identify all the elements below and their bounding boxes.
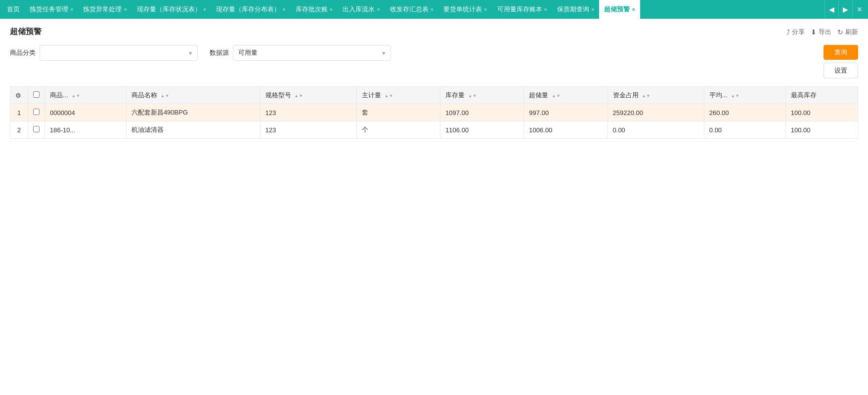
- column-unit[interactable]: 主计量 ▲▼: [356, 87, 440, 104]
- cell-maxstock: 100.00: [785, 121, 858, 139]
- nav-item-exception[interactable]: 拣货异常处理 ×: [78, 0, 131, 19]
- nav-arrow-close[interactable]: ✕: [852, 0, 866, 19]
- export-button[interactable]: ⬇ 导出: [811, 28, 831, 37]
- row-number: 1: [10, 104, 28, 121]
- nav-close-overstock[interactable]: ×: [632, 6, 635, 12]
- nav-item-order-stat[interactable]: 要货单统计表 ×: [438, 0, 492, 19]
- nav-close-summary[interactable]: ×: [431, 6, 434, 12]
- cell-avg: 260.00: [704, 104, 785, 121]
- column-gear[interactable]: ⚙: [10, 87, 28, 104]
- column-avg[interactable]: 平均... ▲▼: [704, 87, 785, 104]
- refresh-button[interactable]: ↻ 刷新: [837, 28, 858, 37]
- sort-icon-unit: ▲▼: [385, 93, 393, 98]
- sort-icon-overstock: ▲▼: [552, 93, 561, 98]
- query-button[interactable]: 查询: [824, 45, 858, 60]
- export-icon: ⬇: [811, 28, 817, 36]
- column-stock[interactable]: 库存量 ▲▼: [440, 87, 524, 104]
- nav-close-exception[interactable]: ×: [124, 6, 127, 12]
- cell-stock: 1097.00: [440, 104, 524, 121]
- sort-icon-capital: ▲▼: [642, 93, 651, 98]
- cell-code: 0000004: [45, 104, 127, 121]
- cell-unit: 套: [356, 104, 440, 121]
- column-maxstock[interactable]: 最高库存: [785, 87, 858, 104]
- column-overstock[interactable]: 超储量 ▲▼: [524, 87, 608, 104]
- datasource-select[interactable]: 可用量: [233, 45, 391, 61]
- nav-close-flow[interactable]: ×: [377, 6, 380, 12]
- data-table: ⚙ 商品... ▲▼ 商品名称 ▲▼ 规格型号 ▲▼ 主计: [10, 86, 858, 139]
- nav-item-batch[interactable]: 库存批次账 ×: [291, 0, 338, 19]
- page-header: 超储预警 ⤴ 分享 ⬇ 导出 ↻ 刷新: [10, 27, 858, 37]
- share-button[interactable]: ⤴ 分享: [786, 28, 805, 37]
- nav-item-stock-status[interactable]: 现存量（库存状况表） ×: [132, 0, 211, 19]
- refresh-icon: ↻: [837, 28, 843, 36]
- cell-unit: 个: [356, 121, 440, 139]
- sort-icon-code: ▲▼: [71, 93, 80, 98]
- page-title: 超储预警: [10, 27, 42, 37]
- nav-item-summary[interactable]: 收发存汇总表 ×: [385, 0, 438, 19]
- action-buttons: 查询 设置: [824, 45, 858, 79]
- nav-item-task[interactable]: 拣货任务管理 ×: [25, 0, 78, 19]
- settings-button[interactable]: 设置: [824, 63, 858, 79]
- category-label: 商品分类: [10, 48, 36, 57]
- header-actions: ⤴ 分享 ⬇ 导出 ↻ 刷新: [786, 28, 858, 37]
- nav-arrow-left[interactable]: ◀: [825, 0, 838, 19]
- cell-spec: 123: [260, 104, 356, 121]
- cell-overstock: 1006.00: [524, 121, 608, 139]
- table-row: 1 0000004 六配套新昌490BPG 123 套 1097.00 997.…: [10, 104, 858, 121]
- cell-spec: 123: [260, 121, 356, 139]
- nav-arrows-container: ◀ ▶ ✕: [825, 0, 866, 19]
- datasource-label: 数据源: [210, 48, 229, 57]
- row-checkbox-cell[interactable]: [28, 121, 45, 139]
- page-content: 超储预警 ⤴ 分享 ⬇ 导出 ↻ 刷新 商品分类: [0, 19, 868, 395]
- sort-icon-avg: ▲▼: [731, 93, 739, 98]
- column-spec[interactable]: 规格型号 ▲▼: [260, 87, 356, 104]
- cell-capital: 259220.00: [608, 104, 704, 121]
- nav-item-home[interactable]: 首页: [2, 0, 25, 19]
- cell-overstock: 997.00: [524, 104, 608, 121]
- column-name[interactable]: 商品名称 ▲▼: [126, 87, 260, 104]
- category-filter: 商品分类: [10, 45, 198, 61]
- row-number: 2: [10, 121, 28, 139]
- nav-close-task[interactable]: ×: [70, 6, 73, 12]
- column-code[interactable]: 商品... ▲▼: [45, 87, 127, 104]
- cell-code: 186-10...: [45, 121, 127, 139]
- table-header-row: ⚙ 商品... ▲▼ 商品名称 ▲▼ 规格型号 ▲▼ 主计: [10, 87, 858, 104]
- nav-item-flow[interactable]: 出入库流水 ×: [338, 0, 385, 19]
- nav-close-batch[interactable]: ×: [330, 6, 333, 12]
- nav-close-quality[interactable]: ×: [591, 6, 594, 12]
- nav-close-stock-dist[interactable]: ×: [282, 6, 285, 12]
- cell-maxstock: 100.00: [785, 104, 858, 121]
- datasource-filter: 数据源 可用量: [210, 45, 391, 61]
- cell-capital: 0.00: [608, 121, 704, 139]
- select-all-checkbox[interactable]: [33, 91, 40, 98]
- gear-icon: ⚙: [15, 92, 21, 99]
- cell-name: 机油滤清器: [126, 121, 260, 139]
- cell-avg: 0.00: [704, 121, 785, 139]
- row-checkbox[interactable]: [33, 109, 40, 115]
- datasource-chevron-icon: [382, 49, 386, 57]
- category-chevron-icon: [189, 49, 192, 57]
- row-checkbox[interactable]: [33, 126, 40, 132]
- sort-icon-spec: ▲▼: [294, 93, 303, 98]
- nav-item-overstock[interactable]: 超储预警 ×: [599, 0, 640, 19]
- cell-name: 六配套新昌490BPG: [126, 104, 260, 121]
- nav-item-quality[interactable]: 保质期查询 ×: [552, 0, 599, 19]
- datasource-value: 可用量: [238, 48, 258, 57]
- nav-close-order-stat[interactable]: ×: [484, 6, 487, 12]
- row-checkbox-cell[interactable]: [28, 104, 45, 121]
- column-capital[interactable]: 资金占用 ▲▼: [608, 87, 704, 104]
- sort-icon-stock: ▲▼: [468, 93, 477, 98]
- sort-icon-name: ▲▼: [161, 93, 170, 98]
- cell-stock: 1106.00: [440, 121, 524, 139]
- top-navigation: 首页 拣货任务管理 × 拣货异常处理 × 现存量（库存状况表） × 现存量（库存…: [0, 0, 868, 19]
- nav-item-stock-dist[interactable]: 现存量（库存分布表） ×: [211, 0, 290, 19]
- column-select-all[interactable]: [28, 87, 45, 104]
- nav-arrow-right[interactable]: ▶: [838, 0, 852, 19]
- nav-close-available[interactable]: ×: [544, 6, 547, 12]
- nav-close-stock-status[interactable]: ×: [203, 6, 206, 12]
- nav-item-available[interactable]: 可用量库存账本 ×: [492, 0, 552, 19]
- category-select[interactable]: [40, 45, 198, 61]
- table-row: 2 186-10... 机油滤清器 123 个 1106.00 1006.00 …: [10, 121, 858, 139]
- share-icon: ⤴: [786, 28, 790, 36]
